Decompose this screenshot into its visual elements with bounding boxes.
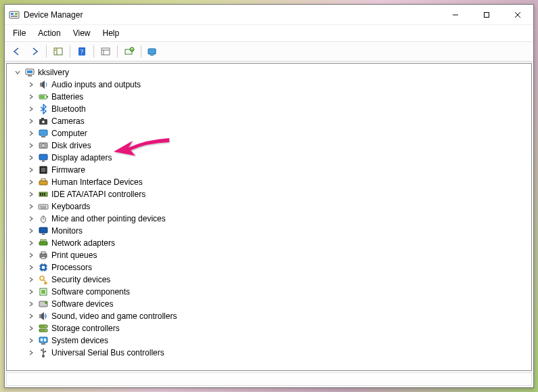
category-node[interactable]: Mice and other pointing devices [24,213,531,225]
menu-help[interactable]: Help [97,26,125,40]
svg-rect-88 [41,339,43,341]
forward-button[interactable] [26,44,43,59]
chevron-right-icon[interactable] [27,166,35,174]
properties-button[interactable] [97,44,114,59]
cpu-icon [38,262,49,273]
toolbar: ? [5,42,533,62]
chevron-right-icon[interactable] [27,227,35,235]
chevron-right-icon[interactable] [27,178,35,186]
security-icon [38,274,49,285]
category-label: Network adapters [51,238,115,248]
help-button[interactable]: ? [74,44,90,59]
svg-rect-29 [41,118,44,119]
svg-rect-48 [40,193,41,196]
chevron-right-icon[interactable] [27,81,35,89]
category-node[interactable]: IDE ATA/ATAPI controllers [24,188,531,200]
category-node[interactable]: Human Interface Devices [24,176,531,188]
svg-rect-65 [41,252,45,254]
category-node[interactable]: Keyboards [24,200,531,213]
scan-hardware-button[interactable] [121,44,137,59]
category-node[interactable]: Software devices [24,298,531,310]
firmware-icon [38,165,49,175]
chevron-right-icon[interactable] [27,202,35,211]
chevron-right-icon[interactable] [27,336,35,345]
category-node[interactable]: Cameras [24,115,531,127]
chevron-right-icon[interactable] [27,312,35,320]
category-label: Sound, video and game controllers [51,311,177,321]
category-node[interactable]: Network adapters [24,237,531,249]
svg-rect-56 [41,208,46,209]
window-controls [440,5,533,25]
category-node[interactable]: Bluetooth [24,103,531,115]
battery-icon [38,91,49,102]
toolbar-separator [46,45,47,58]
minimize-button[interactable] [440,5,471,25]
category-node[interactable]: Print queues [24,249,531,261]
category-node[interactable]: Sound, video and game controllers [24,310,531,322]
statusbar [6,372,532,386]
menu-view[interactable]: View [68,26,96,40]
category-node[interactable]: Computer [24,127,531,139]
hid-icon [38,177,49,188]
svg-rect-38 [41,168,45,172]
chevron-right-icon[interactable] [27,93,35,101]
category-label: Processors [51,263,92,272]
svg-rect-18 [148,49,156,54]
chevron-right-icon[interactable] [27,251,35,259]
svg-rect-55 [45,206,47,207]
chevron-right-icon[interactable] [27,129,35,137]
svg-rect-2 [15,13,18,15]
root-node[interactable]: kksilvery [11,66,531,79]
close-button[interactable] [502,5,533,25]
chevron-right-icon[interactable] [27,215,35,223]
chevron-right-icon[interactable] [27,141,35,150]
svg-rect-5 [485,12,489,17]
svg-point-34 [43,145,43,146]
chevron-right-icon[interactable] [27,288,35,296]
chevron-right-icon[interactable] [27,324,35,332]
menu-action[interactable]: Action [32,26,66,40]
chevron-right-icon[interactable] [27,349,35,357]
category-node[interactable]: Display adapters [24,152,531,164]
svg-rect-52 [40,206,41,207]
category-node[interactable]: Software components [24,286,531,298]
svg-rect-8 [54,48,62,55]
category-node[interactable]: Firmware [24,164,531,176]
svg-point-86 [45,330,47,331]
category-node[interactable]: Disk drives [24,139,531,152]
category-node[interactable]: Security devices [24,274,531,286]
back-button[interactable] [9,44,25,59]
menu-file[interactable]: File [7,26,31,40]
chevron-right-icon[interactable] [27,263,35,271]
category-node[interactable]: Universal Serial Bus controllers [24,347,531,359]
device-tree[interactable]: kksilvery Audio inputs and outputsBatter… [6,63,532,371]
category-label: Computer [51,129,87,138]
swdev-icon [38,299,49,309]
chevron-right-icon[interactable] [27,117,35,125]
chevron-right-icon[interactable] [27,190,35,198]
disk-icon [38,140,49,151]
category-node[interactable]: Monitors [24,225,531,237]
chevron-right-icon[interactable] [27,276,35,284]
category-node[interactable]: Storage controllers [24,322,531,334]
chevron-right-icon[interactable] [27,105,35,113]
svg-rect-45 [39,181,47,185]
chevron-down-icon[interactable] [14,68,22,77]
svg-rect-90 [41,343,45,345]
category-node[interactable]: Batteries [24,91,531,103]
svg-point-28 [42,121,45,124]
category-node[interactable]: Audio inputs and outputs [24,79,531,91]
svg-rect-87 [39,337,47,343]
category-node[interactable]: System devices [24,334,531,347]
svg-rect-3 [11,16,18,17]
svg-rect-62 [41,240,43,242]
show-hide-console-tree-button[interactable] [50,44,66,59]
add-legacy-hardware-button[interactable] [145,44,161,59]
chevron-right-icon[interactable] [27,239,35,247]
chevron-right-icon[interactable] [27,300,35,308]
maximize-button[interactable] [471,5,502,25]
category-label: IDE ATA/ATAPI controllers [51,190,145,199]
category-node[interactable]: Processors [24,261,531,274]
chevron-right-icon[interactable] [27,154,35,162]
category-label: Universal Serial Bus controllers [51,348,164,357]
